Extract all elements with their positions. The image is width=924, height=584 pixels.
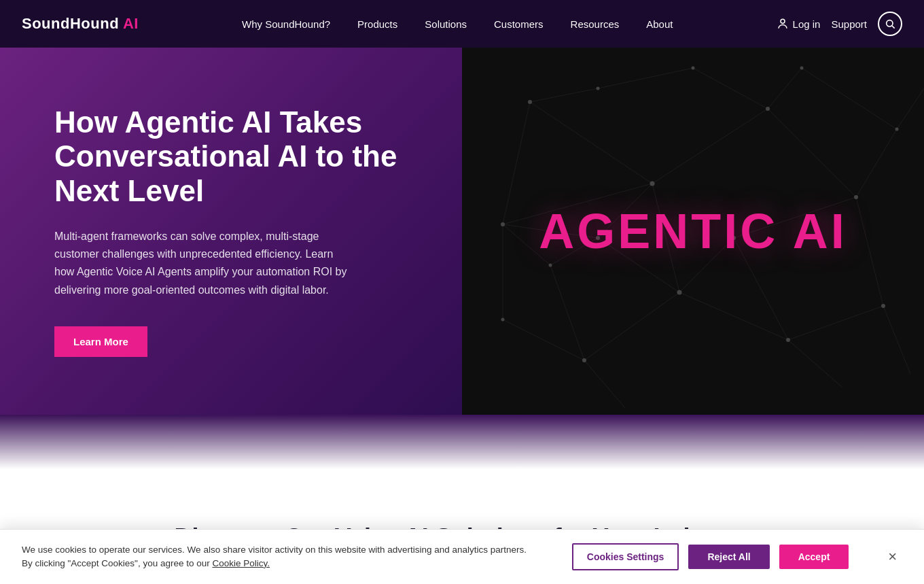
svg-point-45: [597, 87, 600, 90]
login-button[interactable]: Log in: [777, 18, 821, 30]
svg-point-44: [692, 67, 695, 70]
svg-point-0: [781, 19, 785, 23]
svg-point-42: [786, 338, 790, 342]
logo[interactable]: SoundHound AI: [22, 15, 139, 33]
svg-point-37: [766, 107, 770, 111]
svg-point-47: [800, 67, 804, 70]
hero-visual: AGENTIC AI: [462, 48, 924, 415]
nav-links: Why SoundHound? Products Solutions Custo…: [231, 13, 683, 35]
nav-link-customers[interactable]: Customers: [483, 13, 554, 35]
search-icon: [885, 18, 895, 29]
nav-link-resources[interactable]: Resources: [560, 13, 630, 35]
cookies-settings-button[interactable]: Cookies Settings: [572, 543, 679, 570]
svg-line-2: [892, 26, 895, 29]
below-hero-gradient: [0, 415, 924, 469]
svg-point-46: [895, 128, 899, 131]
svg-point-51: [501, 318, 505, 322]
nav-link-products[interactable]: Products: [346, 13, 408, 35]
nav-right: Log in Support: [777, 12, 902, 36]
logo-ai-suffix: AI: [123, 15, 139, 32]
svg-point-41: [677, 290, 682, 295]
nav-link-solutions[interactable]: Solutions: [414, 13, 478, 35]
svg-point-38: [854, 195, 858, 199]
nav-link-about[interactable]: About: [635, 13, 683, 35]
cookie-actions: Cookies Settings Reject All Accept: [572, 543, 849, 570]
svg-point-49: [549, 264, 552, 267]
svg-point-43: [582, 358, 586, 362]
hero-description: Multi-agent frameworks can solve complex…: [54, 228, 353, 300]
nav-link-why-soundhound[interactable]: Why SoundHound?: [231, 13, 341, 35]
logo-text: SoundHound AI: [22, 15, 139, 33]
agentic-ai-text: AGENTIC AI: [539, 203, 847, 259]
login-label: Log in: [793, 18, 821, 30]
cookie-message: We use cookies to operate our services. …: [22, 543, 538, 571]
hero-cta-button[interactable]: Learn More: [54, 326, 147, 357]
accept-button[interactable]: Accept: [779, 545, 849, 569]
navigation: SoundHound AI Why SoundHound? Products S…: [0, 0, 924, 48]
hero-content: How Agentic AI Takes Conversational AI t…: [0, 48, 462, 415]
user-icon: [777, 18, 789, 30]
hero-title: How Agentic AI Takes Conversational AI t…: [54, 105, 421, 209]
reject-all-button[interactable]: Reject All: [688, 545, 769, 569]
hero-section: How Agentic AI Takes Conversational AI t…: [0, 48, 924, 415]
svg-point-40: [501, 222, 505, 226]
svg-point-1: [887, 20, 893, 27]
cookie-policy-link[interactable]: Cookie Policy.: [212, 558, 270, 568]
cookie-close-button[interactable]: ×: [883, 547, 902, 567]
search-button[interactable]: [878, 12, 902, 36]
cookie-banner: We use cookies to operate our services. …: [0, 529, 924, 585]
svg-point-36: [650, 182, 655, 186]
support-link[interactable]: Support: [831, 18, 867, 30]
svg-point-35: [528, 100, 532, 104]
svg-point-39: [881, 304, 885, 308]
